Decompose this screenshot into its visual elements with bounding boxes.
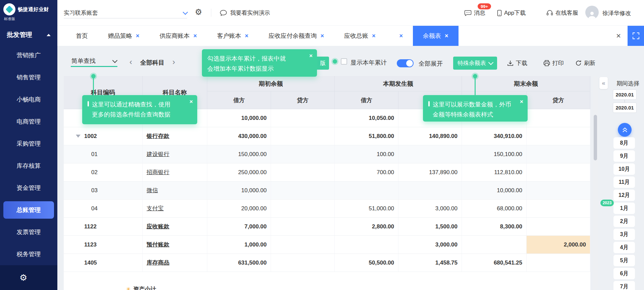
account-set-select[interactable]: 实习联系账套 — [64, 7, 187, 18]
app-download-button[interactable]: App下载 — [497, 9, 526, 17]
tab-ar-ap-balance[interactable]: 应收应付余额查询× — [259, 25, 334, 46]
sidebar-item-invoice[interactable]: 发票管理 — [0, 221, 57, 243]
gear-icon[interactable]: ⚙ — [19, 273, 27, 283]
next-icon[interactable]: › — [172, 58, 175, 66]
month-item[interactable]: 3月 — [613, 229, 635, 240]
panel-collapse-button[interactable]: « — [599, 77, 608, 89]
refresh-button[interactable]: 刷新 — [575, 59, 595, 67]
sidebar-item-tax[interactable]: 税务管理 — [0, 243, 57, 265]
double-chevron-up-icon — [622, 127, 628, 133]
cell-current-credit: 1,458.75 — [398, 254, 462, 272]
messages-button[interactable]: 消息 — [464, 9, 485, 17]
table-row[interactable]: 1405 库存商品 631,500.00 50,500.00 1,458.75 … — [64, 254, 590, 272]
close-icon[interactable]: × — [190, 99, 193, 104]
ytd-checkbox-label[interactable]: 显示本年累计 — [351, 59, 387, 67]
month-item[interactable]: 10月 — [613, 163, 635, 175]
sidebar-item-sales[interactable]: 销售管理 — [0, 66, 57, 88]
tab-ar-general[interactable]: 应收总账× — [334, 25, 386, 46]
cell-code: 03 — [64, 182, 143, 199]
month-item[interactable]: 11月 — [613, 176, 635, 188]
table-row[interactable]: 04 支付宝 20,000.00 51,000.00 3,000.00 68,0… — [64, 200, 590, 218]
search-mode-select[interactable]: 简单查找 — [71, 56, 117, 67]
close-icon[interactable]: × — [245, 33, 249, 39]
vertical-scrollbar[interactable] — [593, 76, 598, 290]
close-icon[interactable]: × — [445, 33, 448, 39]
sidebar-item-purchasing[interactable]: 采购管理 — [0, 133, 57, 155]
tip-line2: 更多的筛选条件组合查询数据 — [92, 110, 192, 120]
month-item[interactable]: 8月 — [613, 137, 635, 149]
month-item[interactable]: 5月 — [613, 255, 635, 266]
subject-filter-label[interactable]: 全部科目 — [140, 59, 164, 67]
back-to-top-button[interactable] — [618, 123, 632, 137]
tab-home[interactable]: 首页 — [66, 25, 98, 46]
sidebar-item-inventory[interactable]: 库存核算 — [0, 155, 57, 177]
special-balance-button[interactable]: 特殊余额表 — [453, 57, 497, 70]
expand-all-toggle[interactable] — [397, 59, 414, 67]
account-link[interactable]: 微信 — [147, 187, 158, 194]
tab-gift-policy[interactable]: 赠品策略× — [98, 25, 150, 46]
phone-icon — [497, 10, 502, 16]
account-link[interactable]: 库存商品 — [147, 259, 169, 267]
close-icon[interactable]: × — [399, 33, 403, 39]
scrollbar-thumb[interactable] — [594, 115, 597, 160]
close-all-tabs-icon[interactable]: × — [616, 32, 621, 40]
month-item[interactable]: 12月 — [613, 190, 635, 201]
table-row[interactable]: 1122 应收账款 7,000.00 2,800.00 1,500.00 8,3… — [64, 218, 590, 236]
ytd-checkbox[interactable] — [341, 58, 347, 65]
close-icon[interactable]: × — [372, 33, 376, 39]
close-icon[interactable]: × — [136, 33, 140, 39]
table-row[interactable]: 1002 银行存款 430,000.00 51,800.00 140,890.0… — [64, 127, 590, 145]
sidebar-item-funds[interactable]: 资金管理 — [0, 177, 57, 199]
tab-detail-ledger[interactable]: × — [386, 25, 413, 46]
account-link[interactable]: 预付账款 — [147, 241, 169, 248]
fullscreen-button[interactable] — [628, 25, 644, 46]
avatar[interactable] — [585, 6, 599, 19]
account-link[interactable]: 应收账款 — [147, 223, 169, 230]
demo-label: 我要看实例演示 — [230, 9, 270, 17]
account-link[interactable]: 银行存款 — [147, 132, 169, 140]
sidebar-item-general-ledger[interactable]: 总账管理 — [3, 201, 54, 219]
account-link[interactable]: 建设银行 — [147, 150, 169, 158]
month-item[interactable]: 4月 — [613, 242, 635, 253]
toolbar: 简单查找 ‹ 全部科目 › 版 显示本年累计 全部展开 特殊余额表 下载 打印 … — [57, 46, 644, 76]
collapse-left-icon: « — [602, 80, 605, 87]
download-button[interactable]: 下载 — [507, 59, 527, 67]
prev-icon[interactable]: ‹ — [129, 58, 132, 66]
close-icon[interactable]: × — [520, 99, 523, 104]
tab-balance-sheet[interactable]: 余额表× — [413, 25, 459, 46]
month-item[interactable]: 2月 — [613, 216, 635, 227]
expand-icon — [632, 32, 640, 40]
table-row[interactable]: 1123 预付账款 1,000.00 3,000.00 2,000.00 — [64, 236, 590, 254]
close-icon[interactable]: × — [321, 33, 324, 39]
online-service-button[interactable]: 在线客服 — [546, 9, 578, 17]
period-to[interactable]: 2020.01 — [613, 102, 637, 113]
close-icon[interactable]: × — [194, 33, 197, 39]
print-label: 打印 — [552, 59, 564, 67]
collapse-expand-icon[interactable] — [76, 135, 80, 138]
sidebar-section-header[interactable]: 批发管理 — [0, 25, 57, 44]
tab-supplier-ledger[interactable]: 供应商账本× — [150, 25, 207, 46]
sidebar-item-marketing[interactable]: 营销推广 — [0, 44, 57, 66]
close-icon[interactable]: × — [309, 53, 313, 59]
table-row[interactable]: 02 招商银行 250,000.00 700.00 137,890.00 112… — [64, 163, 590, 182]
account-link[interactable]: 招商银行 — [147, 168, 169, 176]
month-item[interactable]: 9月 — [613, 150, 635, 162]
period-from[interactable]: 2020.01 — [613, 89, 637, 100]
table-row[interactable]: 03 微信 10,000.00 10,000.00 — [64, 182, 590, 200]
sidebar-item-ecommerce[interactable]: 电商管理 — [0, 111, 57, 133]
sidebar-item-xiaochang-ecom[interactable]: 小畅电商 — [0, 88, 57, 111]
month-item[interactable]: 7月 — [613, 281, 635, 290]
guide-tooltip-ytd: × 勾选显示本年累计，报表中就 会增加本年累计数据显示 — [202, 49, 317, 77]
month-item[interactable]: 1月 — [613, 203, 635, 214]
table-row[interactable]: 01 建设银行 150,000.00 100.00 150,100.00 — [64, 145, 590, 163]
account-link[interactable]: 支付宝 — [147, 205, 164, 212]
tab-customer-ledger[interactable]: 客户账本× — [207, 25, 259, 46]
cell-ending-debit: 8,300.00 — [462, 218, 527, 235]
cell-ending-debit: 10,000.00 — [462, 182, 527, 199]
cell-opening-debit: 1,000.00 — [207, 236, 271, 253]
month-item[interactable]: 6月 — [613, 268, 635, 279]
demo-link[interactable]: 我要看实例演示 — [220, 9, 270, 17]
username[interactable]: 徐泽华修改 — [602, 9, 631, 17]
settings-gear-icon[interactable]: ⚙ — [195, 7, 202, 17]
print-button[interactable]: 打印 — [543, 59, 564, 67]
